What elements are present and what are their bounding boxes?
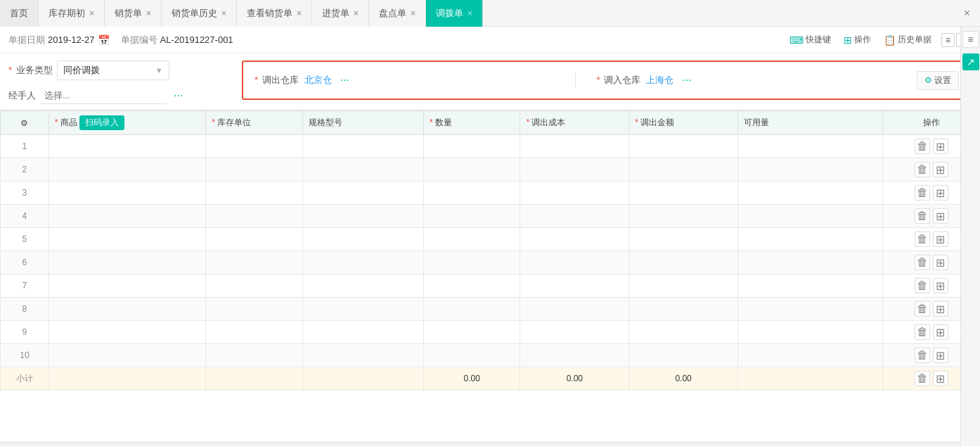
scan-entry-button[interactable]: 扫码录入 bbox=[79, 115, 124, 130]
copy-row-button[interactable]: ⊞ bbox=[933, 278, 948, 293]
cell-product[interactable] bbox=[49, 274, 206, 298]
cell-unit[interactable] bbox=[206, 344, 303, 367]
cell-spec[interactable] bbox=[302, 135, 423, 158]
cell-amount[interactable] bbox=[629, 135, 738, 158]
cell-cost[interactable]: 0.00 bbox=[520, 367, 629, 390]
cell-qty[interactable] bbox=[423, 135, 520, 158]
cell-amount[interactable] bbox=[629, 158, 738, 181]
calendar-icon[interactable]: 📅 bbox=[98, 34, 110, 46]
copy-row-button[interactable]: ⊞ bbox=[933, 208, 948, 224]
cell-product[interactable] bbox=[49, 158, 206, 181]
cell-spec[interactable] bbox=[302, 298, 423, 321]
tab-view-sales[interactable]: 查看销货单 × bbox=[237, 0, 312, 27]
cell-qty[interactable] bbox=[423, 321, 520, 344]
cell-product[interactable] bbox=[49, 321, 206, 344]
tab-close-7[interactable]: × bbox=[468, 8, 472, 18]
warehouse-out-more[interactable]: ··· bbox=[337, 74, 352, 87]
tab-close-6[interactable]: × bbox=[411, 8, 415, 18]
delete-row-button[interactable]: 🗑 bbox=[915, 185, 930, 200]
cell-spec[interactable] bbox=[302, 344, 423, 367]
cell-unit[interactable] bbox=[206, 274, 303, 298]
cell-unit[interactable] bbox=[206, 298, 303, 321]
copy-row-button[interactable]: ⊞ bbox=[933, 348, 948, 363]
tab-purchase[interactable]: 进货单 × bbox=[312, 0, 369, 27]
cell-qty[interactable] bbox=[423, 298, 520, 321]
copy-row-button[interactable]: ⊞ bbox=[933, 371, 948, 386]
history-button[interactable]: 📋 历史单据 bbox=[881, 32, 934, 47]
cell-avail[interactable] bbox=[738, 321, 883, 344]
warehouse-settings-button[interactable]: ⚙ 设置 bbox=[917, 71, 959, 90]
cell-qty[interactable] bbox=[423, 251, 520, 274]
cell-unit[interactable] bbox=[206, 251, 303, 274]
handler-more-button[interactable]: ··· bbox=[171, 89, 186, 102]
tab-inventory-init[interactable]: 库存期初 × bbox=[39, 0, 105, 27]
delete-row-button[interactable]: 🗑 bbox=[915, 162, 930, 177]
handler-input[interactable] bbox=[40, 87, 167, 104]
cell-avail[interactable] bbox=[738, 274, 883, 298]
cell-qty[interactable] bbox=[423, 205, 520, 228]
cell-unit[interactable] bbox=[206, 321, 303, 344]
cell-amount[interactable] bbox=[629, 344, 738, 367]
copy-row-button[interactable]: ⊞ bbox=[933, 185, 948, 200]
grid-list-view[interactable]: ≡ bbox=[941, 33, 955, 47]
cell-unit[interactable] bbox=[206, 205, 303, 228]
operations-button[interactable]: ⊞ 操作 bbox=[841, 32, 874, 47]
delete-row-button[interactable]: 🗑 bbox=[915, 278, 930, 293]
warehouse-in-value[interactable]: 上海仓 bbox=[646, 74, 673, 87]
tab-close-3[interactable]: × bbox=[221, 8, 226, 18]
cell-unit[interactable] bbox=[206, 367, 303, 390]
tab-close-5[interactable]: × bbox=[354, 8, 359, 18]
warehouse-in-more[interactable]: ··· bbox=[679, 74, 694, 87]
cell-amount[interactable] bbox=[629, 251, 738, 274]
copy-row-button[interactable]: ⊞ bbox=[933, 301, 948, 317]
window-close-button[interactable]: × bbox=[954, 7, 980, 20]
cell-amount[interactable] bbox=[629, 321, 738, 344]
cell-amount[interactable] bbox=[629, 205, 738, 228]
cell-product[interactable] bbox=[49, 251, 206, 274]
cell-spec[interactable] bbox=[302, 228, 423, 251]
cell-avail[interactable] bbox=[738, 205, 883, 228]
cell-cost[interactable] bbox=[520, 321, 629, 344]
cell-spec[interactable] bbox=[302, 251, 423, 274]
cell-avail[interactable] bbox=[738, 344, 883, 367]
cell-avail[interactable] bbox=[738, 181, 883, 205]
cell-avail[interactable] bbox=[738, 298, 883, 321]
sidebar-export-icon[interactable]: ↗ bbox=[962, 53, 979, 70]
cell-amount[interactable] bbox=[629, 181, 738, 205]
cell-qty[interactable] bbox=[423, 344, 520, 367]
delete-row-button[interactable]: 🗑 bbox=[915, 208, 930, 224]
delete-row-button[interactable]: 🗑 bbox=[915, 348, 930, 363]
horizontal-scrollbar[interactable] bbox=[0, 442, 980, 446]
cell-spec[interactable] bbox=[302, 321, 423, 344]
cell-product[interactable] bbox=[49, 205, 206, 228]
cell-cost[interactable] bbox=[520, 135, 629, 158]
delete-row-button[interactable]: 🗑 bbox=[915, 371, 930, 386]
cell-amount[interactable] bbox=[629, 228, 738, 251]
cell-product[interactable] bbox=[49, 367, 206, 390]
copy-row-button[interactable]: ⊞ bbox=[933, 255, 948, 270]
cell-cost[interactable] bbox=[520, 344, 629, 367]
delete-row-button[interactable]: 🗑 bbox=[915, 301, 930, 317]
delete-row-button[interactable]: 🗑 bbox=[915, 139, 930, 154]
cell-product[interactable] bbox=[49, 181, 206, 205]
copy-row-button[interactable]: ⊞ bbox=[933, 162, 948, 177]
cell-spec[interactable] bbox=[302, 181, 423, 205]
shortcuts-button[interactable]: ⌨ 快捷键 bbox=[787, 32, 834, 47]
tab-close-2[interactable]: × bbox=[146, 8, 151, 18]
tab-sales-order[interactable]: 销货单 × bbox=[105, 0, 162, 27]
cell-avail[interactable] bbox=[738, 158, 883, 181]
business-type-select[interactable]: 同价调拨 ▼ bbox=[57, 60, 169, 80]
cell-qty[interactable] bbox=[423, 181, 520, 205]
cell-avail[interactable] bbox=[738, 228, 883, 251]
cell-cost[interactable] bbox=[520, 298, 629, 321]
cell-avail[interactable] bbox=[738, 135, 883, 158]
cell-qty[interactable]: 0.00 bbox=[423, 367, 520, 390]
tab-transfer[interactable]: 调拨单 × bbox=[426, 0, 483, 27]
cell-product[interactable] bbox=[49, 228, 206, 251]
cell-amount[interactable] bbox=[629, 298, 738, 321]
cell-qty[interactable] bbox=[423, 274, 520, 298]
cell-avail[interactable] bbox=[738, 367, 883, 390]
cell-cost[interactable] bbox=[520, 251, 629, 274]
tab-home[interactable]: 首页 bbox=[0, 0, 39, 27]
cell-product[interactable] bbox=[49, 135, 206, 158]
